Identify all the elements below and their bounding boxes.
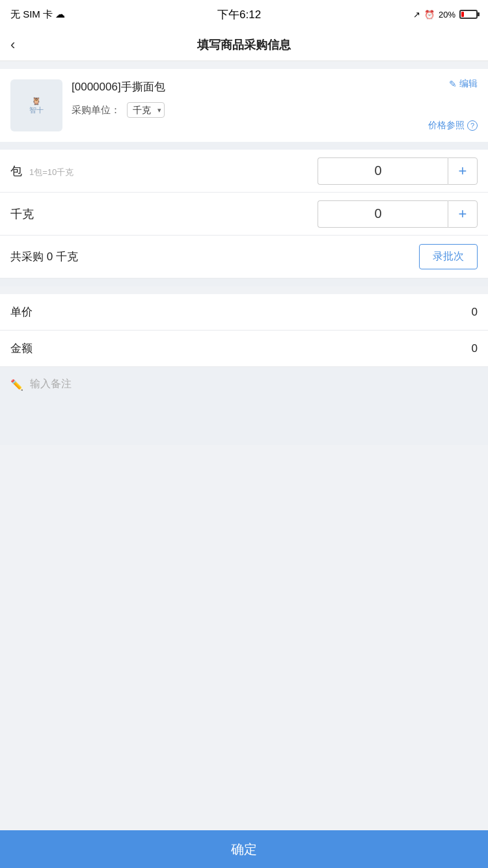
kg-plus-button[interactable]: + [448, 200, 478, 228]
alarm-icon: ⏰ [424, 10, 435, 20]
product-logo: 🦉 智十 [29, 96, 44, 115]
confirm-button[interactable]: 确定 [0, 830, 488, 868]
unit-select[interactable]: 千克 包 箱 [127, 102, 165, 118]
separator-1 [0, 142, 488, 150]
back-button[interactable]: ‹ [10, 36, 15, 53]
info-row-unit-price: 单价 0 [0, 294, 488, 331]
unit-price-value: 0 [472, 306, 478, 319]
total-unit: 千克 [56, 251, 78, 263]
edit-label: 编辑 [459, 78, 478, 90]
product-info: [0000006]手撕面包 采购单位： 千克 包 箱 [72, 79, 478, 118]
status-right: ↗ ⏰ 20% [413, 10, 478, 20]
total-prefix: 共采购 [10, 251, 44, 263]
status-left: 无 SIM 卡 ☁ [10, 8, 65, 21]
amount-label: 金额 [10, 341, 33, 356]
bag-input-right: + [318, 157, 478, 185]
price-ref-button[interactable]: 价格参照 ? [428, 120, 478, 131]
battery-percent: 20% [439, 10, 455, 20]
bag-quantity-input[interactable] [318, 157, 448, 185]
total-amount: 0 [47, 251, 53, 263]
battery-fill [461, 12, 464, 17]
separator-2 [0, 278, 488, 286]
edit-button[interactable]: ✎ 编辑 [449, 78, 478, 90]
kg-label: 千克 [10, 206, 62, 222]
product-card: 🦉 智十 [0000006]手撕面包 采购单位： 千克 包 箱 ✎ 编辑 价格参… [0, 69, 488, 142]
page-title: 填写商品采购信息 [197, 37, 291, 53]
product-name: [0000006]手撕面包 [72, 79, 478, 94]
input-row-kg: 千克 + [0, 193, 488, 236]
edit-icon: ✎ [449, 79, 457, 89]
battery-icon [459, 10, 478, 19]
info-circle-icon: ? [467, 120, 478, 131]
info-row-amount: 金额 0 [0, 331, 488, 367]
input-row-bag: 包 1包=10千克 + [0, 150, 488, 193]
remark-placeholder: 输入备注 [30, 377, 72, 391]
location-icon: ↗ [413, 10, 420, 20]
status-bar: 无 SIM 卡 ☁ 下午6:12 ↗ ⏰ 20% [0, 0, 488, 29]
remark-section[interactable]: ✏️ 输入备注 [0, 367, 488, 445]
pencil-icon: ✏️ [10, 379, 23, 391]
info-section: 单价 0 金额 0 [0, 294, 488, 367]
unit-label: 采购单位： [72, 104, 120, 116]
amount-value: 0 [472, 342, 478, 355]
unit-select-wrap[interactable]: 千克 包 箱 [127, 102, 165, 118]
unit-price-label: 单价 [10, 305, 33, 319]
kg-input-right: + [318, 200, 478, 228]
record-batch-button[interactable]: 录批次 [419, 244, 478, 269]
nav-bar: ‹ 填写商品采购信息 [0, 29, 488, 61]
status-time: 下午6:12 [217, 7, 261, 22]
product-unit-row: 采购单位： 千克 包 箱 [72, 102, 478, 118]
product-thumbnail: 🦉 智十 [10, 79, 62, 131]
price-ref-label: 价格参照 [428, 120, 465, 131]
input-section: 包 1包=10千克 + 千克 + 共采购 0 千克 录批次 [0, 150, 488, 278]
bag-label: 包 1包=10千克 [10, 163, 74, 179]
kg-quantity-input[interactable] [318, 200, 448, 228]
sim-status: 无 SIM 卡 ☁ [10, 8, 65, 21]
bag-plus-button[interactable]: + [448, 157, 478, 185]
total-row: 共采购 0 千克 录批次 [0, 236, 488, 278]
total-text: 共采购 0 千克 [10, 249, 78, 264]
bag-sub: 1包=10千克 [29, 167, 74, 177]
